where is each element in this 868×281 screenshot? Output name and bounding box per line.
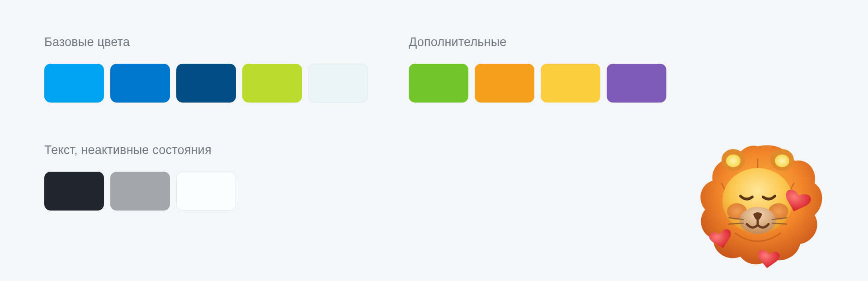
group-title-text: Текст, неактивные состояния bbox=[44, 143, 236, 157]
group-extra-colors: Дополнительные bbox=[409, 35, 666, 103]
group-base-colors: Базовые цвета bbox=[44, 35, 368, 103]
swatch-gray-400 bbox=[110, 172, 170, 211]
swatch-white bbox=[176, 172, 236, 211]
swatch-row-extra bbox=[409, 64, 666, 103]
lion-mascot-icon bbox=[690, 134, 826, 269]
swatch-orange bbox=[475, 64, 534, 103]
svg-point-1 bbox=[726, 155, 741, 167]
swatch-blue-900 bbox=[176, 64, 236, 103]
swatch-blue-600 bbox=[110, 64, 170, 103]
swatch-green bbox=[409, 64, 468, 103]
swatch-row-base bbox=[44, 64, 368, 103]
palette-row-1: Базовые цвета Дополнительные bbox=[44, 35, 824, 103]
group-title-extra: Дополнительные bbox=[409, 35, 666, 49]
svg-point-3 bbox=[775, 155, 789, 167]
swatch-pale-blue bbox=[308, 64, 368, 103]
swatch-slate-900 bbox=[44, 172, 104, 211]
swatch-blue-primary bbox=[44, 64, 104, 103]
swatch-row-text bbox=[44, 172, 236, 211]
group-text-colors: Текст, неактивные состояния bbox=[44, 143, 236, 211]
swatch-yellow bbox=[541, 64, 600, 103]
swatch-lime bbox=[242, 64, 302, 103]
group-title-base: Базовые цвета bbox=[44, 35, 368, 49]
swatch-purple bbox=[607, 64, 666, 103]
